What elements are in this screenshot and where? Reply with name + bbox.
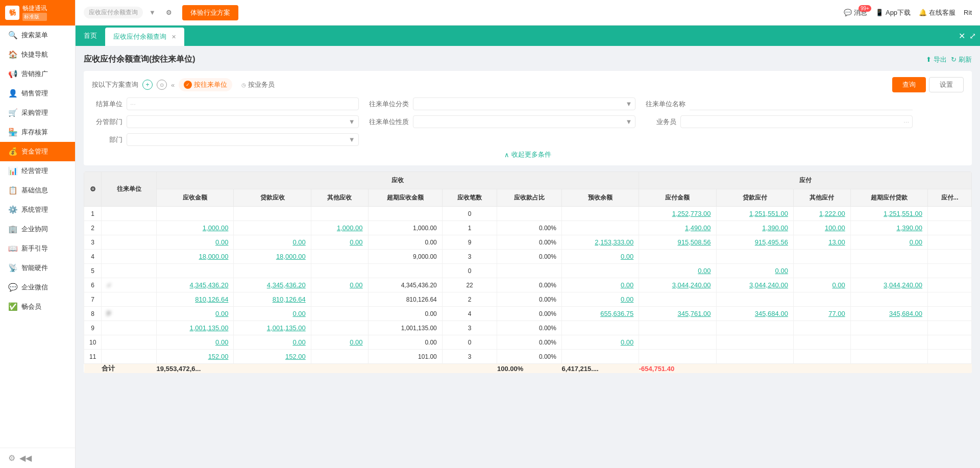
sidebar-item-purchase[interactable]: 🛒 采购管理 <box>0 103 75 122</box>
sidebar-item-label: 系统管理 <box>21 205 48 214</box>
unit-category-chevron: ▼ <box>625 100 632 108</box>
footer-loan-ap <box>716 364 793 374</box>
sidebar-item-label: 智能硬件 <box>21 263 48 273</box>
unit-category-input[interactable]: ▼ <box>413 97 636 110</box>
filter-area-wrap: 按以下方案查询 + ⊙ « ✓ 按往来单位 ◷ 按业务员 查询 设置 <box>84 71 972 165</box>
sidebar-item-label: 采购管理 <box>21 108 48 117</box>
trial-btn[interactable]: 体验行业方案 <box>182 5 238 20</box>
sidebar-item-guide[interactable]: 📖 新手引导 <box>0 239 75 258</box>
query-btn[interactable]: 查询 <box>892 77 926 92</box>
tab-ar-balance[interactable]: 应收应付余额查询 ✕ <box>105 28 184 46</box>
tab-ar-label: 应收应付余额查询 <box>113 32 166 41</box>
filter-row-dept-manage: 分管部门 ▼ <box>92 115 359 128</box>
marketing-icon: 📢 <box>8 69 17 79</box>
breadcrumb: 应收应付余额查询 <box>84 7 143 18</box>
filter-scheme-btn[interactable]: ⊙ <box>157 80 167 90</box>
app-download-btn[interactable]: 📱 App下载 <box>875 8 911 17</box>
unit-nature-input[interactable]: ▼ <box>413 115 636 128</box>
unit-category-label: 往来单位分类 <box>369 100 409 109</box>
sidebar-item-member[interactable]: ✅ 畅会员 <box>0 297 75 316</box>
search-icon: 🔍 <box>8 31 17 40</box>
dept-chevron: ▼ <box>349 136 355 143</box>
breadcrumb-dropdown[interactable]: ▼ <box>149 9 156 16</box>
topbar-settings-icon[interactable]: ⚙ <box>162 6 176 20</box>
sidebar-item-marketing[interactable]: 📢 营销推广 <box>0 64 75 84</box>
sidebar-item-search[interactable]: 🔍 搜索菜单 <box>0 26 75 45</box>
business-person-label: 业务员 <box>646 117 676 127</box>
guide-icon: 📖 <box>8 244 17 253</box>
filter-row-unit-nature: 往来单位性质 ▼ <box>369 115 636 128</box>
footer-settings <box>84 364 102 374</box>
filter-row-business-person: 业务员 ··· <box>646 115 913 128</box>
member-icon: ✅ <box>8 302 17 311</box>
main-area: 应收应付余额查询 ▼ ⚙ 体验行业方案 💬 消息 99+ 📱 App下载 🔔 在… <box>76 0 980 468</box>
th-loan-ar: 贷款应收 <box>234 189 311 207</box>
dept-input[interactable]: ▼ <box>127 133 359 146</box>
tab-close-icon[interactable]: ✕ <box>172 34 176 40</box>
th-ap-more: 应付... <box>928 189 972 207</box>
wechat-icon: 💬 <box>8 283 17 292</box>
th-ar-count: 应收笔数 <box>442 189 497 207</box>
tab-home[interactable]: 首页 <box>76 26 105 46</box>
user-avatar[interactable]: Rit <box>964 9 972 16</box>
sidebar-item-enterprise[interactable]: 🏢 企业协同 <box>0 219 75 239</box>
page-header: 应收应付余额查询(按往来单位) ⬆ 导出 ↻ 刷新 <box>84 54 972 65</box>
sidebar-item-finance[interactable]: 💰 资金管理 <box>0 142 75 161</box>
sidebar-item-label: 搜索菜单 <box>21 31 48 40</box>
scheme-icon: ✓ <box>184 81 192 89</box>
collapse-icon: ∧ <box>504 151 509 159</box>
data-table: ⚙ 往来单位 应收 应付 应收金额 贷款应收 其他应收 超期应收金额 应收笔数 … <box>84 171 972 373</box>
sidebar-item-quick-nav[interactable]: 🏠 快捷导航 <box>0 45 75 64</box>
sidebar-item-label: 基础信息 <box>21 186 48 195</box>
unit-name-input[interactable] <box>690 98 913 110</box>
export-btn[interactable]: ⬆ 导出 <box>926 55 947 64</box>
service-icon: 🔔 <box>919 9 927 16</box>
sidebar-item-hardware[interactable]: 📡 智能硬件 <box>0 258 75 278</box>
sidebar-item-basic[interactable]: 📋 基础信息 <box>0 181 75 200</box>
business-person-input[interactable]: ··· <box>680 115 913 128</box>
tab-close-action[interactable]: ✕ <box>959 31 965 41</box>
sidebar-item-system[interactable]: ⚙️ 系统管理 <box>0 200 75 219</box>
filter-top: 按以下方案查询 + ⊙ « ✓ 按往来单位 ◷ 按业务员 查询 设置 <box>92 77 964 92</box>
footer-overdue-ar <box>368 364 442 374</box>
scheme-inactive-label: 按业务员 <box>248 80 275 89</box>
footer-ar-ratio: 100.00% <box>497 364 561 374</box>
th-other-ap: 其他应付 <box>793 189 850 207</box>
table-row: 7810,126.64810,126.64810,126.6420.00%0.0… <box>84 292 972 307</box>
enterprise-icon: 🏢 <box>8 225 17 234</box>
sidebar-bottom-settings[interactable]: ⚙ <box>8 453 15 463</box>
filter-row-unit-category: 往来单位分类 ▼ <box>369 97 636 110</box>
dept-manage-input[interactable]: ▼ <box>127 115 359 128</box>
message-btn[interactable]: 💬 消息 99+ <box>844 8 867 17</box>
sidebar-item-inventory[interactable]: 🏪 库存核算 <box>0 122 75 142</box>
table-col-header: 应收金额 贷款应收 其他应收 超期应收金额 应收笔数 应收款占比 预收余额 应付… <box>84 189 972 207</box>
filter-collapse-btn[interactable]: « <box>171 81 175 89</box>
filter-add-btn[interactable]: + <box>142 80 153 90</box>
service-label: 在线客服 <box>929 8 955 17</box>
sidebar-item-wechat[interactable]: 💬 企业微信 <box>0 278 75 297</box>
th-ap-group: 应付 <box>639 172 972 189</box>
page-content: 应收应付余额查询(按往来单位) ⬆ 导出 ↻ 刷新 按以下方案查询 + ⊙ <box>76 46 980 468</box>
purchase-icon: 🛒 <box>8 108 17 117</box>
filter-scheme-by-unit[interactable]: ✓ 按往来单位 <box>179 78 232 91</box>
th-ar-ratio: 应收款占比 <box>497 189 561 207</box>
filter-scheme-by-staff[interactable]: ◷ 按业务员 <box>236 78 280 91</box>
settlement-input[interactable]: ··· <box>127 97 359 110</box>
sidebar-item-operation[interactable]: 📊 经营管理 <box>0 161 75 181</box>
sidebar-logo: 畅 畅捷通讯 标准版 <box>0 0 75 26</box>
th-settings[interactable]: ⚙ <box>84 172 102 207</box>
online-service-btn[interactable]: 🔔 在线客服 <box>919 8 955 17</box>
logo-name: 畅捷通讯 <box>22 5 47 13</box>
footer-other-ar <box>311 364 368 374</box>
collapse-more-btn[interactable]: ∧ 收起更多条件 <box>92 150 964 159</box>
settings-btn[interactable]: 设置 <box>929 77 964 92</box>
app-icon: 📱 <box>875 9 884 16</box>
scheme-label: 按往来单位 <box>194 80 227 89</box>
tab-bar-actions: ✕ ⤢ <box>959 31 980 41</box>
sidebar-item-sales[interactable]: 👤 销售管理 <box>0 84 75 103</box>
tab-expand-action[interactable]: ⤢ <box>969 31 976 41</box>
page-actions: ⬆ 导出 ↻ 刷新 <box>926 55 972 64</box>
refresh-btn[interactable]: ↻ 刷新 <box>951 55 972 64</box>
table-group-header: ⚙ 往来单位 应收 应付 <box>84 172 972 189</box>
sidebar-bottom-collapse[interactable]: ◀◀ <box>19 453 32 463</box>
